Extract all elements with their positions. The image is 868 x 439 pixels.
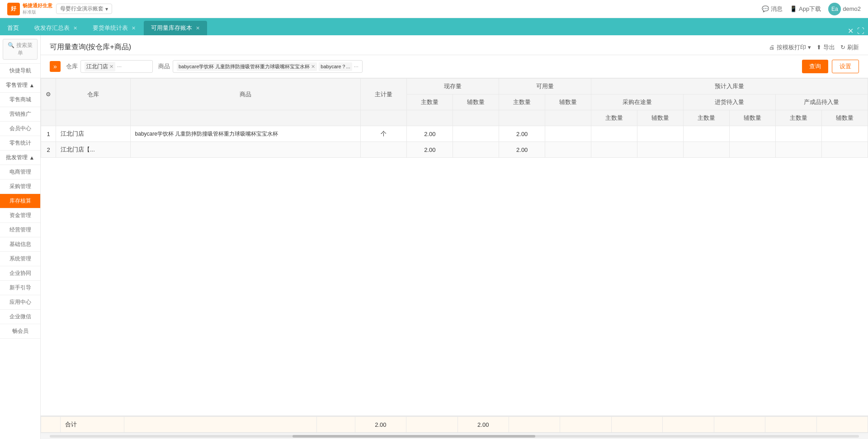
incoming-pending-header: 进货待入量 — [684, 94, 776, 110]
row-1-prod-main — [775, 126, 821, 142]
sidebar-item-app-center[interactable]: 应用中心 — [0, 295, 40, 310]
sidebar-item-purchase[interactable]: 采购管理 — [0, 179, 40, 194]
row-2-pur-main — [591, 142, 637, 158]
sidebar-item-enterprise-wechat[interactable]: 企业微信 — [0, 310, 40, 324]
stock-sub-qty-header: 辅数量 — [453, 94, 499, 110]
sidebar-item-marketing[interactable]: 营销推广 — [0, 107, 40, 122]
footer-row: 合计 2.00 2.00 — [41, 417, 868, 433]
app-download-btn[interactable]: 📱 App下载 — [790, 5, 821, 13]
tab-fullscreen-icon[interactable]: ⛶ — [857, 27, 864, 35]
scroll-track — [50, 435, 859, 438]
page-header: 可用量查询(按仓库+商品) 🖨 按模板打印 ▾ ⬆ 导出 ↻ 刷新 — [41, 35, 868, 55]
sidebar: 🔍 搜索菜单 快捷导航 零售管理 ▲ 零售商城 营销推广 会员中心 零售统计 批… — [0, 35, 41, 439]
product-tag-1-remove[interactable]: ✕ — [311, 64, 315, 70]
row-1-unit: 个 — [361, 126, 407, 142]
product-input[interactable]: babycare学饮杯 儿童防摔防撞吸管杯重力球吸嘴杯宝宝水杯 ✕ babyca… — [173, 60, 363, 73]
export-btn[interactable]: ⬆ 导出 — [816, 43, 835, 52]
empty-h7 — [499, 110, 545, 126]
row-1-stock-sub — [453, 126, 499, 142]
row-2-inc-main — [684, 142, 730, 158]
tab-receive-send[interactable]: 收发存汇总表 ✕ — [27, 21, 85, 35]
row-2-unit — [361, 142, 407, 158]
avatar: Ea — [828, 3, 841, 15]
table-footer: 合计 2.00 2.00 — [41, 415, 868, 433]
scroll-thumb[interactable] — [292, 435, 535, 438]
bottom-scroll[interactable] — [41, 433, 868, 439]
tab-available-stock[interactable]: 可用量库存账本 ✕ — [144, 21, 207, 35]
app-icon: 📱 — [790, 5, 797, 12]
warehouse-column-header: 仓库 — [56, 79, 131, 110]
footer-unit-empty — [316, 417, 355, 433]
message-btn[interactable]: 💬 消息 — [762, 5, 783, 13]
sidebar-item-enterprise-collab[interactable]: 企业协同 — [0, 266, 40, 281]
sidebar-item-retail-mgmt[interactable]: 零售管理 ▲ — [0, 78, 40, 93]
empty-h2 — [56, 110, 131, 126]
search-menu-btn[interactable]: 🔍 搜索菜单 — [3, 39, 38, 60]
user-menu[interactable]: Ea demo2 — [828, 3, 861, 15]
sidebar-item-finance[interactable]: 资金管理 — [0, 208, 40, 223]
product-filter-group: 商品 babycare学饮杯 儿童防摔防撞吸管杯重力球吸嘴杯宝宝水杯 ✕ bab… — [158, 60, 363, 73]
inc-main-h: 主数量 — [684, 110, 730, 126]
sidebar-item-member[interactable]: 会员中心 — [0, 122, 40, 136]
tab-close-requisition[interactable]: ✕ — [132, 25, 136, 31]
industry-selector[interactable]: 母婴行业演示账套 ▾ — [56, 4, 112, 14]
avail-main-qty-header: 主数量 — [499, 94, 545, 110]
sidebar-search: 🔍 搜索菜单 — [0, 35, 40, 64]
row-1-inc-sub — [730, 126, 776, 142]
top-bar-right: 💬 消息 📱 App下载 Ea demo2 — [762, 3, 861, 15]
settings-column-header[interactable]: ⚙ — [41, 79, 56, 110]
warehouse-more[interactable]: ··· — [117, 63, 122, 70]
row-2-warehouse: 江北门店【... — [56, 142, 131, 158]
row-1-inc-main — [684, 126, 730, 142]
footer-label: 合计 — [60, 417, 124, 433]
sidebar-item-quick-nav[interactable]: 快捷导航 — [0, 64, 40, 78]
chevron-icon: ▲ — [29, 82, 35, 89]
pur-main-h: 主数量 — [591, 110, 637, 126]
settings-icon: ⚙ — [46, 91, 51, 98]
product-tag-2: babycare？... — [319, 62, 352, 71]
sidebar-item-system[interactable]: 系统管理 — [0, 252, 40, 266]
sidebar-item-inventory[interactable]: 库存核算 — [0, 194, 40, 208]
sidebar-item-basic-info[interactable]: 基础信息 — [0, 237, 40, 252]
empty-h8 — [545, 110, 591, 126]
pur-sub-h: 辅数量 — [637, 110, 684, 126]
table-container[interactable]: ⚙ 仓库 商品 主计量 现存量 — [41, 78, 868, 415]
sidebar-item-wholesale-mgmt[interactable]: 批发管理 ▲ — [0, 151, 40, 165]
stock-main-qty-header: 主数量 — [407, 94, 453, 110]
filter-expand-btn[interactable]: » — [50, 61, 61, 72]
row-2-inc-sub — [730, 142, 776, 158]
sidebar-item-operations[interactable]: 经营管理 — [0, 223, 40, 237]
table-row: 2 江北门店【... 2.00 2.00 — [41, 142, 868, 158]
tab-requisition[interactable]: 要货单统计表 ✕ — [85, 21, 143, 35]
row-1-num: 1 — [41, 126, 56, 142]
prod-main-h: 主数量 — [775, 110, 821, 126]
sidebar-item-ecommerce[interactable]: 电商管理 — [0, 165, 40, 179]
warehouse-tag-remove[interactable]: ✕ — [109, 64, 113, 70]
footer-product-empty — [124, 417, 316, 433]
table-row: 1 江北门店 babycare学饮杯 儿童防摔防撞吸管杯重力球吸嘴杯宝宝水杯 个… — [41, 126, 868, 142]
filter-actions: 查询 设置 — [802, 60, 859, 73]
page-actions: 🖨 按模板打印 ▾ ⬆ 导出 ↻ 刷新 — [769, 43, 859, 52]
setting-button[interactable]: 设置 — [832, 60, 859, 73]
sidebar-item-new-guide[interactable]: 新手引导 — [0, 281, 40, 295]
warehouse-filter-group: 仓库 江北门店 ✕ ··· — [66, 60, 153, 73]
tab-close-available-stock[interactable]: ✕ — [196, 25, 200, 31]
chevron-down-icon: ▾ — [105, 6, 108, 12]
sidebar-item-members-vip[interactable]: 畅会员 — [0, 324, 40, 339]
tab-close-receive-send[interactable]: ✕ — [73, 25, 77, 31]
logo-icon: 好 — [7, 3, 20, 15]
row-1-avail-main: 2.00 — [499, 126, 545, 142]
print-btn[interactable]: 🖨 按模板打印 ▾ — [769, 43, 811, 52]
tab-close-all-icon[interactable]: ✕ — [848, 27, 854, 35]
sidebar-item-retail-stats[interactable]: 零售统计 — [0, 136, 40, 151]
available-column-header: 可用量 — [499, 79, 591, 94]
footer-avail-main: 2.00 — [458, 417, 509, 433]
empty-h3 — [130, 110, 361, 126]
query-button[interactable]: 查询 — [802, 60, 828, 73]
sidebar-item-retail-mall[interactable]: 零售商城 — [0, 93, 40, 107]
tab-home[interactable]: 首页 — [0, 21, 26, 35]
warehouse-input[interactable]: 江北门店 ✕ ··· — [80, 60, 153, 73]
product-more[interactable]: ··· — [354, 63, 359, 70]
footer-prod-main — [765, 417, 816, 433]
refresh-btn[interactable]: ↻ 刷新 — [840, 43, 859, 52]
